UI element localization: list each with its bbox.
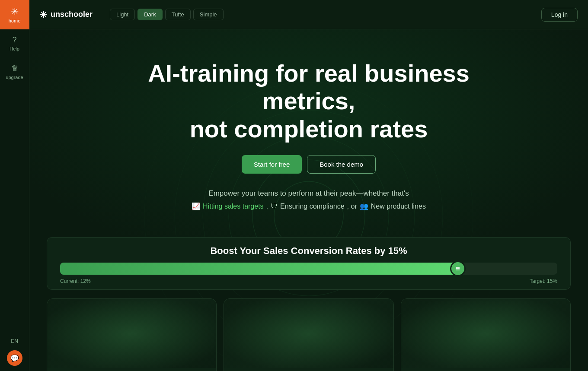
- navbar: ✳ unschooler Light Dark Tufte Simple Log…: [29, 0, 588, 29]
- card-image-overlay-3: [401, 299, 570, 368]
- sidebar-upgrade-label: upgrade: [6, 75, 23, 80]
- hero-title-line2: not completion rates: [190, 115, 428, 143]
- boost-labels: Current: 12% Target: 15%: [60, 278, 557, 284]
- sidebar-item-help[interactable]: ? Help: [0, 29, 29, 57]
- boost-section: Boost Your Sales Conversion Rates by 15%: [29, 237, 588, 290]
- course-card-3[interactable]: Enhancing Stakeholder Engagement Communi…: [401, 298, 571, 371]
- chat-button[interactable]: 💬: [7, 350, 22, 366]
- sidebar-item-home[interactable]: ✳ home: [0, 0, 29, 29]
- boost-current-label: Current: 12%: [60, 278, 91, 284]
- question-icon: ?: [12, 35, 16, 44]
- book-demo-button[interactable]: Book the demo: [307, 155, 376, 174]
- card-body-3: Enhancing Stakeholder Engagement Communi…: [401, 368, 570, 371]
- boost-bar-container: Boost Your Sales Conversion Rates by 15%: [47, 237, 571, 290]
- hero-features: 📈 Hitting sales targets , 🛡 Ensuring com…: [38, 202, 579, 210]
- sidebar-help-label: Help: [10, 46, 19, 51]
- course-card-2[interactable]: Communication for Enterprise Sales Sales…: [224, 298, 393, 371]
- star-icon: ✳: [11, 6, 19, 17]
- card-body-2: Communication for Enterprise Sales Sales…: [224, 368, 393, 371]
- card-image-overlay-2: [224, 299, 393, 368]
- sidebar: ✳ home ? Help ♛ upgrade EN 💬: [0, 0, 29, 371]
- sidebar-bottom: EN 💬: [0, 336, 29, 371]
- feature3-text: New product lines: [371, 203, 426, 210]
- boost-target-label: Target: 15%: [530, 278, 557, 284]
- login-button[interactable]: Log in: [541, 8, 578, 22]
- card-image-overlay-1: [47, 299, 216, 368]
- theme-tufte-button[interactable]: Tufte: [165, 9, 191, 20]
- boost-bar-thumb[interactable]: [450, 261, 466, 276]
- logo-text: unschooler: [51, 10, 93, 19]
- feature1-icon: 📈: [192, 202, 200, 210]
- theme-buttons: Light Dark Tufte Simple: [110, 9, 224, 20]
- feature2-icon: 🛡: [271, 203, 278, 210]
- hero-section: AI-training for real business metrics, n…: [29, 29, 588, 237]
- hero-title-line1: AI-training for real business metrics,: [148, 60, 470, 114]
- logo-icon: ✳: [40, 10, 47, 20]
- card-body-1: Sales Blueprint for Quick Wins Close rat…: [47, 368, 216, 371]
- card-image-2: [224, 299, 393, 368]
- main-content: ✳ unschooler Light Dark Tufte Simple Log…: [29, 0, 588, 371]
- boost-title: Boost Your Sales Conversion Rates by 15%: [60, 245, 557, 257]
- hero-buttons: Start for free Book the demo: [38, 155, 579, 174]
- sidebar-home-label: home: [9, 18, 21, 23]
- theme-simple-button[interactable]: Simple: [193, 9, 224, 20]
- start-free-button[interactable]: Start for free: [242, 155, 302, 174]
- feature3-icon: 👥: [360, 202, 368, 210]
- course-card-1[interactable]: Sales Blueprint for Quick Wins Close rat…: [47, 298, 217, 371]
- content-scroll: AI-training for real business metrics, n…: [29, 29, 588, 371]
- cards-section: Sales Blueprint for Quick Wins Close rat…: [29, 298, 588, 371]
- comma2: , or: [347, 203, 357, 210]
- card-image-3: [401, 299, 570, 368]
- feature1-text: Hitting sales targets: [203, 203, 264, 210]
- boost-bar-fill: [60, 263, 458, 275]
- feature2-text: Ensuring compliance: [280, 203, 345, 210]
- card-image-1: [47, 299, 216, 368]
- sidebar-item-upgrade[interactable]: ♛ upgrade: [0, 57, 29, 86]
- crown-icon: ♛: [11, 63, 18, 73]
- theme-light-button[interactable]: Light: [110, 9, 135, 20]
- theme-dark-button[interactable]: Dark: [137, 9, 162, 20]
- hero-title: AI-training for real business metrics, n…: [114, 60, 503, 143]
- logo: ✳ unschooler: [40, 10, 93, 20]
- chat-icon: 💬: [10, 354, 19, 362]
- hero-subtitle: Empower your teams to perform at their p…: [38, 189, 579, 198]
- slider-icon: [454, 265, 461, 272]
- boost-bar-track: [60, 263, 557, 275]
- language-selector[interactable]: EN: [11, 336, 18, 347]
- comma1: ,: [266, 203, 268, 210]
